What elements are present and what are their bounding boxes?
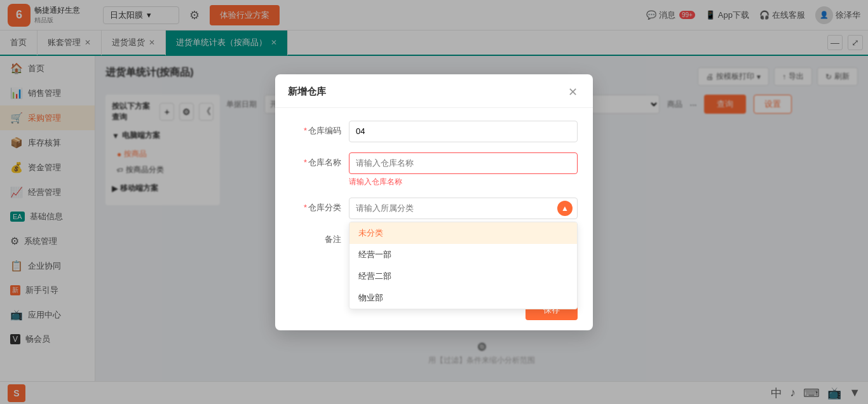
category-control: ▲ 未分类 经营一部 经营二部 物业部 [349, 198, 578, 219]
category-toggle-btn[interactable]: ▲ [557, 201, 573, 216]
name-label: *仓库名称 [290, 152, 341, 168]
dropdown-item-unclassified[interactable]: 未分类 [349, 222, 577, 244]
name-input[interactable] [349, 152, 578, 174]
code-control [349, 121, 578, 142]
code-label: *仓库编码 [290, 121, 341, 137]
dropdown-item-property[interactable]: 物业部 [349, 287, 577, 309]
new-warehouse-dialog: 新增仓库 ✕ *仓库编码 *仓库名称 请输入仓库名称 [275, 74, 593, 330]
form-row-category: *仓库分类 ▲ 未分类 经营一部 经营二部 物业部 [290, 198, 578, 219]
form-row-name: *仓库名称 请输入仓库名称 [290, 152, 578, 187]
dialog-close-btn[interactable]: ✕ [565, 84, 580, 100]
category-dropdown: 未分类 经营一部 经营二部 物业部 [349, 222, 578, 309]
form-row-code: *仓库编码 [290, 121, 578, 142]
dialog-overlay: 新增仓库 ✕ *仓库编码 *仓库名称 请输入仓库名称 [0, 0, 868, 404]
code-input[interactable] [349, 121, 578, 142]
category-input-wrap: ▲ [349, 198, 578, 219]
note-label: 备注 [290, 229, 341, 245]
category-input[interactable] [349, 198, 578, 219]
dialog-title: 新增仓库 [288, 86, 326, 98]
name-control: 请输入仓库名称 [349, 152, 578, 187]
dialog-body: *仓库编码 *仓库名称 请输入仓库名称 *仓库分类 [275, 108, 593, 292]
category-label: *仓库分类 [290, 198, 341, 213]
name-error-msg: 请输入仓库名称 [349, 177, 578, 187]
dropdown-item-dept2[interactable]: 经营二部 [349, 266, 577, 287]
dropdown-item-dept1[interactable]: 经营一部 [349, 244, 577, 266]
dialog-header: 新增仓库 ✕ [275, 74, 593, 108]
